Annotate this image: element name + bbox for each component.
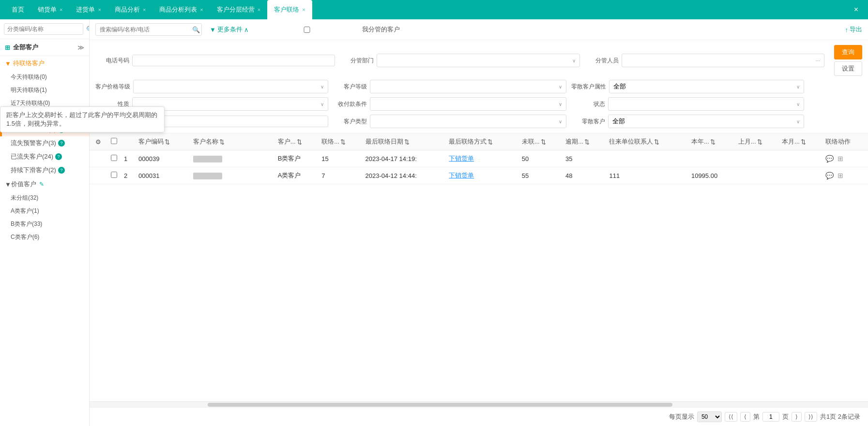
- export-button[interactable]: ↑ 导出: [845, 25, 863, 34]
- scroll-thumb[interactable]: [208, 403, 672, 407]
- td-checkbox-1[interactable]: [107, 150, 121, 167]
- close-sales-order-icon[interactable]: ×: [60, 7, 62, 13]
- select-all-checkbox[interactable]: [111, 138, 117, 144]
- th-checkbox[interactable]: [107, 133, 121, 150]
- th-contact-count-sort[interactable]: 联络... ⇅: [321, 137, 359, 146]
- close-purchase-order-icon[interactable]: ×: [98, 7, 101, 13]
- th-last-method-sort[interactable]: 最后联络方式 ⇅: [449, 137, 516, 146]
- th-uncontacted[interactable]: 未联... ⇅: [519, 133, 563, 150]
- horizontal-scrollbar[interactable]: [90, 401, 868, 407]
- filter-dept-select[interactable]: ∨: [377, 54, 579, 67]
- sidebar-item-class-a[interactable]: A类客户(1): [0, 205, 89, 218]
- first-page-button[interactable]: ⟨⟨: [725, 412, 737, 422]
- th-type-sort[interactable]: 客户... ⇅: [278, 137, 316, 146]
- sidebar-item-class-c[interactable]: C类客户(6): [0, 231, 89, 244]
- th-last-month-sort[interactable]: 上月... ⇅: [738, 137, 776, 146]
- more-icon-1[interactable]: ⊞: [838, 155, 843, 162]
- nav-customer-layered[interactable]: 客户分层经营 ×: [210, 0, 267, 19]
- th-unit-contact-sort[interactable]: 往来单位联系人 ⇅: [609, 137, 685, 146]
- th-last-date[interactable]: 最后联络日期 ⇅: [363, 133, 446, 150]
- my-customers-check[interactable]: [254, 27, 360, 33]
- page-number-input[interactable]: [762, 412, 779, 422]
- sidebar-item-ungrouped[interactable]: 未分组(32): [0, 191, 89, 205]
- last-method-link-1[interactable]: 下销货单: [449, 155, 474, 162]
- th-last-date-sort[interactable]: 最后联络日期 ⇅: [365, 137, 443, 146]
- export-label: 导出: [850, 25, 862, 34]
- query-button[interactable]: 查询: [834, 45, 862, 59]
- sidebar-item-declining[interactable]: 持续下滑客户(2) ?: [0, 163, 89, 177]
- close-customer-layered-icon[interactable]: ×: [258, 7, 260, 13]
- th-last-month[interactable]: 上月... ⇅: [735, 133, 779, 150]
- prev-page-button[interactable]: ⟨: [740, 412, 750, 422]
- nav-product-analysis[interactable]: 商品分析 ×: [108, 0, 152, 19]
- window-close-button[interactable]: ×: [849, 5, 863, 14]
- td-checkbox-2[interactable]: [107, 167, 121, 184]
- th-type[interactable]: 客户... ⇅: [275, 133, 319, 150]
- th-this-month-sort[interactable]: 本月... ⇅: [782, 137, 820, 146]
- th-last-method[interactable]: 最后联络方式 ⇅: [446, 133, 518, 150]
- row-checkbox-2[interactable]: [111, 172, 117, 178]
- close-product-analysis-list-icon[interactable]: ×: [200, 7, 203, 13]
- filter-person-select[interactable]: ···: [622, 54, 824, 67]
- declining-info-icon[interactable]: ?: [58, 167, 65, 174]
- edit-value-group-icon[interactable]: ✎: [39, 181, 44, 188]
- filter-price-grade-select[interactable]: ∨: [133, 80, 328, 93]
- churn-warning-info-icon[interactable]: ?: [58, 140, 65, 147]
- th-name[interactable]: 客户名称 ⇅: [190, 133, 275, 150]
- sidebar-value-group[interactable]: ▼ 价值客户 ✎: [0, 177, 89, 191]
- filter-retail-attr-select[interactable]: 全部∨: [609, 80, 804, 93]
- search-icon[interactable]: 🔍: [192, 26, 200, 33]
- filter-customer-type-select[interactable]: ∨: [370, 115, 566, 128]
- nav-sales-order[interactable]: 销货单 ×: [31, 0, 69, 19]
- sidebar-item-today-pending[interactable]: 今天待联络(0): [0, 71, 89, 84]
- next-page-button[interactable]: ⟩: [792, 412, 802, 422]
- churned-info-icon[interactable]: ?: [55, 153, 62, 160]
- close-product-analysis-icon[interactable]: ×: [143, 7, 146, 13]
- row-checkbox-1[interactable]: [111, 155, 117, 161]
- nav-product-analysis-list[interactable]: 商品分析列表 ×: [152, 0, 210, 19]
- sidebar-search-icon[interactable]: 🔍: [86, 26, 90, 33]
- sidebar-item-churn-warning[interactable]: 流失预警客户(3) ?: [0, 136, 89, 150]
- th-overdue-sort[interactable]: 逾期... ⇅: [565, 137, 603, 146]
- sidebar-pending-group[interactable]: ▼ 待联络客户: [0, 56, 89, 71]
- nav-home[interactable]: 首页: [5, 0, 31, 19]
- per-page-select[interactable]: 50 100 200: [697, 411, 722, 422]
- sidebar-collapse-button[interactable]: ≫: [77, 44, 84, 51]
- close-customer-contact-icon[interactable]: ×: [302, 7, 305, 13]
- sidebar-item-tomorrow-pending[interactable]: 明天待联络(1): [0, 84, 89, 97]
- th-settings[interactable]: ⚙: [90, 133, 107, 150]
- th-name-sort[interactable]: 客户名称 ⇅: [193, 137, 272, 146]
- more-icon-2[interactable]: ⊞: [838, 172, 843, 179]
- sidebar-item-churned[interactable]: 已流失客户(24) ?: [0, 150, 89, 163]
- search-input[interactable]: [95, 23, 202, 36]
- more-conditions-arrow-icon: ∧: [244, 26, 249, 33]
- message-icon-2[interactable]: 💬: [825, 172, 834, 179]
- filter-phone-input[interactable]: [132, 55, 335, 66]
- filter-payment-select[interactable]: ∨: [370, 97, 566, 111]
- my-customers-checkbox[interactable]: 我分管的客户: [254, 25, 400, 34]
- more-conditions-button[interactable]: ▼ 更多条件 ∧: [210, 25, 249, 34]
- sort-icon: ⇅: [541, 138, 546, 146]
- filter-status-select[interactable]: ∨: [608, 97, 804, 111]
- th-this-year-sort[interactable]: 本年... ⇅: [691, 137, 732, 146]
- td-last-method-1[interactable]: 下销货单: [446, 150, 518, 167]
- last-method-link-2[interactable]: 下销货单: [449, 172, 474, 179]
- th-uncontacted-sort[interactable]: 未联... ⇅: [522, 137, 560, 146]
- th-unit-contact[interactable]: 往来单位联系人 ⇅: [606, 133, 688, 150]
- nav-purchase-order[interactable]: 进货单 ×: [69, 0, 107, 19]
- filter-customer-grade-select[interactable]: ∨: [370, 80, 566, 93]
- th-code-sort[interactable]: 客户编码 ⇅: [138, 137, 187, 146]
- message-icon-1[interactable]: 💬: [825, 155, 834, 162]
- td-last-method-2[interactable]: 下销货单: [446, 167, 518, 184]
- settings-button[interactable]: 设置: [834, 61, 862, 76]
- sidebar-search-input[interactable]: [4, 23, 83, 35]
- nav-customer-contact[interactable]: 客户联络 ×: [267, 0, 312, 19]
- th-overdue[interactable]: 逾期... ⇅: [563, 133, 606, 150]
- th-contact-count[interactable]: 联络... ⇅: [319, 133, 362, 150]
- last-page-button[interactable]: ⟩⟩: [805, 412, 817, 422]
- th-code[interactable]: 客户编码 ⇅: [136, 133, 190, 150]
- th-this-year[interactable]: 本年... ⇅: [688, 133, 735, 150]
- filter-retail-customer-select[interactable]: 全部∨: [608, 115, 804, 128]
- sidebar-item-class-b[interactable]: B类客户(33): [0, 218, 89, 231]
- th-this-month[interactable]: 本月... ⇅: [779, 133, 822, 150]
